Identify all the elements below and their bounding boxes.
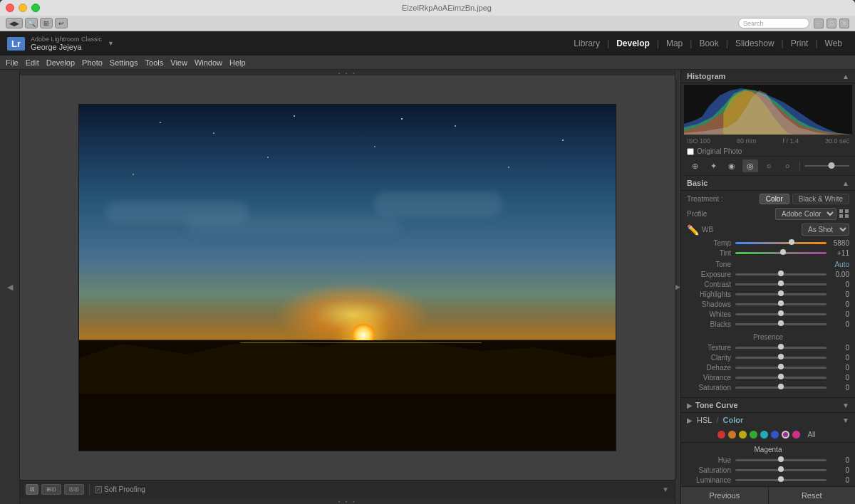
whites-slider[interactable] bbox=[735, 313, 826, 315]
nav-library[interactable]: Library bbox=[568, 36, 606, 51]
temp-slider[interactable] bbox=[735, 242, 826, 244]
red-eye-tool[interactable]: ◉ bbox=[724, 159, 740, 172]
histogram-header[interactable]: Histogram ▲ bbox=[681, 70, 855, 83]
wb-eyedropper-icon[interactable]: ✏️ bbox=[687, 224, 699, 236]
hsl-collapse-arrow[interactable]: ▼ bbox=[842, 416, 849, 424]
hsl-header[interactable]: ▶ HSL / Color ▼ bbox=[681, 413, 855, 427]
dehaze-slider[interactable] bbox=[735, 367, 826, 369]
window-controls[interactable]: − ⊡ ✕ bbox=[814, 19, 849, 28]
highlights-slider[interactable] bbox=[735, 293, 826, 295]
hsl-expand-btn[interactable]: ▶ bbox=[687, 416, 693, 424]
saturation-label: Saturation bbox=[687, 384, 735, 392]
clarity-slider[interactable] bbox=[735, 357, 826, 359]
hue-value: 0 bbox=[826, 456, 849, 464]
menu-window[interactable]: Window bbox=[195, 58, 222, 67]
nav-print[interactable]: Print bbox=[785, 36, 814, 51]
color-dot-orange[interactable] bbox=[728, 431, 736, 439]
menu-edit[interactable]: Edit bbox=[26, 58, 39, 67]
window-title: EizelRkpAoAEimzBn.jpeg bbox=[402, 4, 492, 12]
histogram-info: ISO 100 80 mm f / 1.4 30.0 sec bbox=[681, 136, 855, 147]
vibrance-label: Vibrance bbox=[687, 374, 735, 382]
wb-select[interactable]: As Shot Auto Daylight Cloudy Custom bbox=[802, 224, 849, 236]
left-collapse-arrow[interactable]: ◀ bbox=[7, 283, 13, 292]
view-mode-single[interactable]: ⊡ bbox=[26, 484, 38, 495]
color-dot-purple[interactable] bbox=[782, 431, 789, 439]
lum-slider-row: Luminance 0 bbox=[687, 476, 849, 484]
reset-button[interactable]: Reset bbox=[769, 487, 856, 504]
nav-slideshow[interactable]: Slideshow bbox=[730, 36, 780, 51]
user-dropdown-icon[interactable]: ▼ bbox=[108, 40, 114, 47]
view-mode-compare[interactable]: ⊡⊡ bbox=[64, 484, 84, 495]
right-collapse-arrow[interactable]: ▶ bbox=[675, 283, 680, 290]
traffic-light-green[interactable] bbox=[31, 4, 40, 12]
tone-curve-collapse-arrow[interactable]: ▼ bbox=[842, 401, 849, 409]
color-dot-magenta[interactable] bbox=[792, 431, 800, 439]
graduated-filter-tool[interactable]: ◎ bbox=[742, 159, 758, 172]
vibrance-slider-row: Vibrance 0 bbox=[687, 374, 849, 382]
bottom-collapse-arrow[interactable]: ▼ bbox=[662, 485, 669, 493]
color-dot-all[interactable]: All bbox=[804, 430, 818, 439]
temp-slider-row: Temp 5880 bbox=[687, 239, 849, 247]
radial-filter-tool[interactable]: ○ bbox=[761, 159, 777, 172]
basic-section-header[interactable]: Basic ▲ bbox=[681, 176, 855, 191]
nav-web[interactable]: Web bbox=[819, 36, 848, 51]
profile-select[interactable]: Adobe Color bbox=[775, 208, 836, 220]
shadows-slider[interactable] bbox=[735, 303, 826, 305]
color-dot-yellow[interactable] bbox=[739, 431, 747, 439]
bottom-collapse-bar[interactable]: • • • bbox=[20, 498, 675, 504]
exposure-slider[interactable] bbox=[735, 273, 826, 275]
color-label[interactable]: Color bbox=[722, 416, 743, 424]
exposure-slider-row: Exposure 0.00 bbox=[687, 271, 849, 278]
tint-slider[interactable] bbox=[735, 252, 826, 254]
lum-slider[interactable] bbox=[735, 479, 826, 481]
menu-help[interactable]: Help bbox=[229, 58, 246, 67]
crop-tool[interactable]: ⊕ bbox=[687, 159, 703, 172]
view-mode-grid[interactable]: ⊞⊡ bbox=[41, 484, 61, 495]
profile-grid-icon[interactable] bbox=[839, 209, 849, 219]
saturation-slider[interactable] bbox=[735, 387, 826, 389]
adjustment-brush-tool[interactable]: ○ bbox=[779, 159, 795, 172]
color-dot-red[interactable] bbox=[717, 431, 725, 439]
contrast-slider[interactable] bbox=[735, 283, 826, 285]
histogram-collapse-arrow[interactable]: ▲ bbox=[842, 73, 849, 80]
top-collapse-bar[interactable]: • • • bbox=[20, 70, 675, 75]
vibrance-slider[interactable] bbox=[735, 377, 826, 379]
sat-slider[interactable] bbox=[735, 469, 826, 471]
soft-proofing-checkbox[interactable]: ✓ Soft Proofing bbox=[95, 485, 145, 493]
nav-map[interactable]: Map bbox=[660, 36, 688, 51]
traffic-light-red[interactable] bbox=[6, 4, 14, 12]
previous-button[interactable]: Previous bbox=[681, 487, 769, 504]
color-btn[interactable]: Color bbox=[760, 194, 789, 204]
hue-slider[interactable] bbox=[735, 459, 826, 461]
menu-view[interactable]: View bbox=[170, 58, 187, 67]
menu-tools[interactable]: Tools bbox=[145, 58, 164, 67]
color-dot-blue[interactable] bbox=[771, 431, 779, 439]
color-dot-green[interactable] bbox=[750, 431, 757, 439]
basic-collapse-arrow[interactable]: ▲ bbox=[842, 179, 849, 187]
tone-auto-btn[interactable]: Auto bbox=[834, 261, 849, 268]
dehaze-slider-row: Dehaze 0 bbox=[687, 364, 849, 372]
texture-slider[interactable] bbox=[735, 347, 826, 349]
traffic-light-yellow[interactable] bbox=[19, 4, 27, 12]
tone-curve-expand-btn[interactable]: ▶ bbox=[687, 401, 693, 409]
hsl-section: ▶ HSL / Color ▼ A bbox=[681, 412, 855, 486]
nav-book[interactable]: Book bbox=[693, 36, 724, 51]
temp-label: Temp bbox=[687, 239, 735, 247]
original-photo-checkbox[interactable] bbox=[687, 148, 694, 155]
tone-curve-header[interactable]: ▶ Tone Curve ▼ bbox=[681, 398, 855, 412]
menu-settings[interactable]: Settings bbox=[110, 58, 138, 67]
toolbar-search[interactable]: Search bbox=[738, 18, 809, 28]
color-dot-aqua[interactable] bbox=[760, 431, 768, 439]
healing-tool[interactable]: ✦ bbox=[705, 159, 721, 172]
menu-develop[interactable]: Develop bbox=[46, 58, 75, 67]
soft-proofing-label: Soft Proofing bbox=[104, 485, 145, 493]
toolbar-left-btn[interactable]: ◀▶ 🔍 ⊞ ↩ bbox=[6, 18, 68, 28]
menu-bar: File Edit Develop Photo Settings Tools V… bbox=[0, 56, 855, 70]
highlights-label: Highlights bbox=[687, 290, 735, 298]
menu-file[interactable]: File bbox=[6, 58, 19, 67]
nav-develop[interactable]: Develop bbox=[611, 36, 656, 51]
tone-slider-track[interactable] bbox=[804, 165, 849, 167]
bw-btn[interactable]: Black & White bbox=[792, 194, 849, 204]
menu-photo[interactable]: Photo bbox=[82, 58, 103, 67]
blacks-slider[interactable] bbox=[735, 323, 826, 325]
